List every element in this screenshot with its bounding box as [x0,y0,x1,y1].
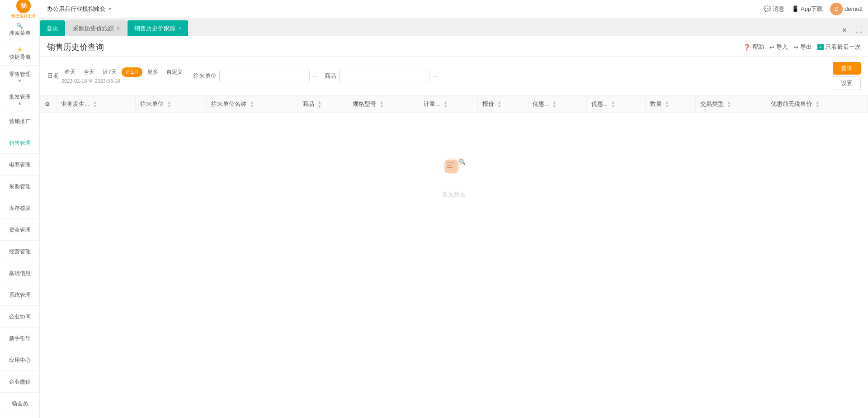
export-icon: ↪ [793,44,798,51]
help-btn[interactable]: ❓ 帮助 [743,43,764,51]
sort-icon-trade-type: ▲▼ [727,100,731,109]
help-icon: ❓ [743,44,750,51]
sidebar-item-wholesale-mgmt[interactable]: 批发管理 ▲ [0,88,39,111]
only-last-checkbox-label[interactable]: ✓ 只看最后一次 [817,43,861,51]
th-biz-date[interactable]: 业务发生... ▲▼ [57,96,136,113]
chevron-down-icon: ▼ [18,78,22,83]
import-icon: ↩ [769,44,774,51]
query-button[interactable]: 查询 [833,62,861,75]
date-range-text: 2023-02-18 至 2023-03-18 [61,78,186,85]
sidebar-item-sys-mgmt[interactable]: 系统管理 [0,284,39,306]
avatar: D [830,3,843,15]
sort-icon-biz-date: ▲▼ [93,100,97,109]
export-btn[interactable]: ↪ 导出 [793,43,812,51]
empty-icon: 🔍 [436,149,472,185]
settings-button[interactable]: 设置 [833,76,861,90]
sidebar-item-new-guide[interactable]: 新手引导 [0,328,39,349]
date-btn-1month[interactable]: 近1月 [122,67,143,77]
date-btn-7days[interactable]: 近7天 [99,67,120,77]
workspace-dropdown-icon: ▼ [108,6,112,11]
source-unit-label: 往来单位 [193,72,217,80]
sidebar-item-quick-nav[interactable]: ⚡ 快捷导航 [0,42,39,66]
source-unit-dots[interactable]: ··· [312,73,317,80]
filter-bar: 日期 昨天 今天 近7天 近1月 更多 自定义 2023-02-18 至 202… [40,57,868,96]
date-btn-custom[interactable]: 自定义 [163,67,186,77]
empty-state: 🔍 暂无数据 [40,113,868,235]
th-price[interactable]: 报价 ▲▼ [477,96,528,113]
th-gear[interactable]: ⚙ [40,96,57,113]
product-label: 商品 [325,72,336,80]
sidebar-item-inventory-check[interactable]: 库存核算 [0,197,39,219]
table-header: ⚙ 业务发生... ▲▼ 往来单位 ▲▼ 往来单位名称 [40,96,868,113]
sidebar-item-app-center[interactable]: 应用中心 [0,349,39,371]
th-discount2[interactable]: 优惠... ▲▼ [586,96,645,113]
sidebar-item-enterprise-collab[interactable]: 企业协同 [0,306,39,328]
date-filter-group: 日期 昨天 今天 近7天 近1月 更多 自定义 2023-02-18 至 202… [47,67,186,85]
sidebar-item-ecommerce-mgmt[interactable]: 电商管理 [0,154,39,176]
app-icon: 📱 [792,5,799,12]
content-area: 首页 采购历史价跟踪 × 销售历史价跟踪 × × ⛶ 销售历史价查询 [40,18,868,418]
workspace-name: 办公用品行业模拟账套 [47,5,106,13]
user-menu[interactable]: D demo2 [830,3,863,15]
app-download-btn[interactable]: 📱 App下载 [792,5,823,13]
sort-icon-spec: ▲▼ [380,100,384,109]
sidebar-item-finance-mgmt[interactable]: 资金管理 [0,219,39,241]
tab-home[interactable]: 首页 [40,20,65,36]
th-unit-name[interactable]: 往来单位名称 ▲▼ [206,96,297,113]
close-all-tabs-btn[interactable]: × [839,25,850,36]
th-qty[interactable]: 数量 ▲▼ [645,96,695,113]
quick-nav-icon: ⚡ [16,47,23,53]
sidebar: 🔍 搜索菜单 ⚡ 快捷导航 零售管理 ▼ 批发管理 ▲ 营销推广 销售管理 电商… [0,18,40,418]
sidebar-item-enterprise-wechat[interactable]: 企业微信 [0,371,39,393]
sidebar-item-retail-mgmt[interactable]: 零售管理 ▼ [0,66,39,88]
sidebar-item-sales-mgmt[interactable]: 销售管理 [0,132,39,154]
sidebar-item-basic-info[interactable]: 基础信息 [0,262,39,284]
th-unit[interactable]: 计量... ▲▼ [419,96,477,113]
logo-area: 畅 畅捷信好生意 [5,0,42,19]
sidebar-item-purchase-mgmt[interactable]: 采购管理 [0,176,39,197]
main-layout: 🔍 搜索菜单 ⚡ 快捷导航 零售管理 ▼ 批发管理 ▲ 营销推广 销售管理 电商… [0,18,868,418]
sidebar-item-vip-member[interactable]: 畅会员 [0,393,39,414]
date-filter-label: 日期 [47,72,59,80]
svg-rect-4 [447,167,453,168]
source-unit-input[interactable] [219,70,310,82]
th-unit-code[interactable]: 往来单位 ▲▼ [136,96,207,113]
th-product[interactable]: 商品 ▲▼ [297,96,348,113]
workspace-selector[interactable]: 办公用品行业模拟账套 ▼ [47,5,112,13]
sort-icon-unit-name: ▲▼ [250,100,254,109]
th-discount1[interactable]: 优惠... ▲▼ [528,96,586,113]
sidebar-item-ops-mgmt[interactable]: 经营管理 [0,241,39,262]
product-dots[interactable]: ··· [432,73,437,80]
sidebar-item-marketing[interactable]: 营销推广 [0,110,39,132]
header-middle: 办公用品行业模拟账套 ▼ [42,5,764,13]
sidebar-item-search-menu[interactable]: 🔍 搜索菜单 [0,18,39,42]
filter-right-buttons: 查询 设置 [833,62,861,90]
import-btn[interactable]: ↩ 导入 [769,43,788,51]
date-btn-more[interactable]: 更多 [144,67,161,77]
empty-text: 暂无数据 [442,190,466,199]
tab-sales-history[interactable]: 销售历史价跟踪 × [127,20,188,36]
top-header: 畅 畅捷信好生意 办公用品行业模拟账套 ▼ 💬 消息 📱 App下载 D dem… [0,0,868,18]
date-btn-yesterday[interactable]: 昨天 [61,67,79,77]
close-tab-sales-history[interactable]: × [178,25,181,32]
svg-rect-1 [445,160,458,173]
page-title-bar: 销售历史价查询 ❓ 帮助 ↩ 导入 ↪ 导出 ✓ [40,36,868,57]
page-actions: ❓ 帮助 ↩ 导入 ↪ 导出 ✓ 只看最后一次 [743,43,861,51]
sort-icon-qty: ▲▼ [665,100,669,109]
close-tab-purchase-history[interactable]: × [117,25,120,32]
product-input[interactable] [339,70,429,82]
th-trade-type[interactable]: 交易类型 ▲▼ [695,96,766,113]
only-last-checkbox[interactable]: ✓ [817,44,824,50]
message-btn[interactable]: 💬 消息 [764,5,784,13]
sort-icon-unit: ▲▼ [443,100,448,109]
svg-text:🔍: 🔍 [459,158,466,165]
data-table-container: ⚙ 业务发生... ▲▼ 往来单位 ▲▼ 往来单位名称 [40,96,868,418]
tab-bar-actions: × ⛶ [839,25,868,36]
th-spec[interactable]: 规格型号 ▲▼ [348,96,419,113]
date-btn-today[interactable]: 今天 [80,67,98,77]
tab-purchase-history[interactable]: 采购历史价跟踪 × [66,20,127,36]
fullscreen-btn[interactable]: ⛶ [854,25,864,36]
th-notax-price[interactable]: 优惠前无税单价 ▲▼ [766,96,868,113]
search-menu-icon: 🔍 [16,23,23,29]
sort-icon-product: ▲▼ [318,100,322,109]
